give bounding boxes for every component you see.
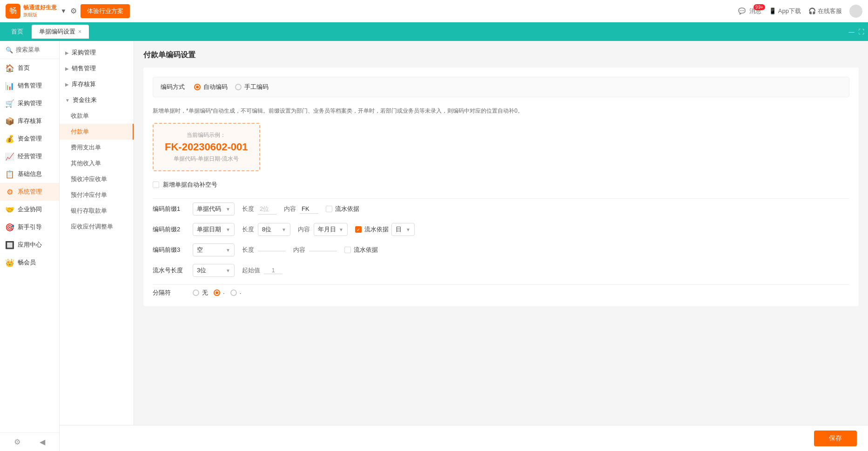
sidebar-item-home[interactable]: 🏠 首页 bbox=[0, 59, 59, 77]
start-value-field: 起始值 bbox=[242, 266, 283, 275]
prefix1-select[interactable]: 单据代码 ▼ bbox=[193, 202, 235, 215]
sub-item-adjustment[interactable]: 应收应付调整单 bbox=[60, 219, 134, 235]
logo-icon: 畅 bbox=[6, 4, 20, 19]
content-wrap: ▶ 采购管理 ▶ 销售管理 ▶ 库存核算 bbox=[60, 41, 868, 451]
sidebar: 🔍 搜索菜单 🏠 首页 📊 销售管理 🛒 采购管理 📦 库存核算 💰 资金管理 … bbox=[0, 41, 60, 451]
prefix3-liushui: 流水依据 bbox=[344, 246, 378, 254]
sub-item-advance-receivable[interactable]: 预收冲应收单 bbox=[60, 171, 134, 187]
collapse-icon[interactable]: ◀ bbox=[40, 438, 45, 446]
sub-group-sales-title[interactable]: ▶ 销售管理 bbox=[60, 61, 134, 76]
sub-item-bank[interactable]: 银行存取款单 bbox=[60, 203, 134, 219]
sub-item-advance-payable[interactable]: 预付冲应付单 bbox=[60, 187, 134, 203]
prefix2-length-arrow: ▼ bbox=[282, 227, 286, 232]
auto-fill-row: 新增单据自动补空号 bbox=[153, 181, 849, 189]
sidebar-item-guide[interactable]: 🎯 新手引导 bbox=[0, 218, 59, 236]
gear-icon[interactable]: ⚙ bbox=[70, 7, 77, 15]
sidebar-search[interactable]: 🔍 搜索菜单 bbox=[0, 41, 59, 59]
prefix1-content-field: 内容 FK bbox=[284, 204, 318, 214]
prefix2-content-select[interactable]: 年月日 ▼ bbox=[314, 223, 348, 236]
capital-group-arrow: ▼ bbox=[65, 98, 70, 103]
sub-item-other-income[interactable]: 其他收入单 bbox=[60, 155, 134, 171]
prefix2-length-select[interactable]: 8位 ▼ bbox=[258, 223, 290, 236]
prefix2-select[interactable]: 单据日期 ▼ bbox=[193, 223, 235, 236]
prefix2-liushui-checkbox[interactable]: ✓ bbox=[355, 226, 362, 233]
online-service-action[interactable]: 🎧 在线客服 bbox=[808, 7, 842, 15]
sep-none-radio[interactable]: 无 bbox=[193, 289, 208, 297]
serial-length-label: 流水号长度 bbox=[153, 266, 185, 275]
home-icon: 🏠 bbox=[6, 64, 14, 72]
start-value-input[interactable] bbox=[264, 267, 283, 274]
message-action[interactable]: 💬 消息 99+ bbox=[738, 7, 761, 15]
manual-code-radio[interactable]: 手工编码 bbox=[235, 83, 269, 91]
app-icon: 📱 bbox=[769, 7, 776, 14]
sidebar-item-app-center[interactable]: 🔲 应用中心 bbox=[0, 236, 59, 254]
sub-group-capital-title[interactable]: ▼ 资金往来 bbox=[60, 92, 134, 108]
sub-group-purchase-title[interactable]: ▶ 采购管理 bbox=[60, 45, 134, 61]
prefix1-liushui-checkbox[interactable] bbox=[326, 206, 332, 212]
tab-coding-settings[interactable]: 单据编码设置 × bbox=[32, 25, 89, 39]
serial-length-select[interactable]: 3位 ▼ bbox=[193, 264, 235, 277]
app-download-action[interactable]: 📱 App下载 bbox=[769, 7, 801, 15]
message-icon: 💬 bbox=[738, 7, 746, 14]
finance-icon: 💰 bbox=[6, 135, 14, 143]
tab-close-icon[interactable]: × bbox=[78, 28, 81, 35]
prefix1-liushui: 流水依据 bbox=[326, 205, 359, 213]
prefix2-content-arrow: ▼ bbox=[339, 227, 343, 232]
prefix3-liushui-checkbox[interactable] bbox=[344, 247, 351, 253]
prefix1-row: 编码前缀1 单据代码 ▼ 长度 2位 内容 FK bbox=[153, 202, 849, 215]
sub-item-receipt[interactable]: 收款单 bbox=[60, 108, 134, 124]
sep-dash-radio[interactable]: · bbox=[230, 289, 242, 296]
prefix1-length-field: 长度 2位 bbox=[242, 204, 276, 215]
prefix3-row: 编码前缀3 空 ▼ 长度 内容 bbox=[153, 243, 849, 256]
sidebar-item-finance[interactable]: 💰 资金管理 bbox=[0, 130, 59, 148]
sub-item-payment[interactable]: 付款单 bbox=[60, 124, 134, 140]
sep-dot-radio[interactable]: · bbox=[214, 289, 225, 296]
prefix2-day-select[interactable]: 日 ▼ bbox=[391, 223, 415, 236]
app-center-icon: 🔲 bbox=[6, 241, 14, 249]
tab-home[interactable]: 首页 bbox=[4, 25, 31, 39]
sidebar-item-sales[interactable]: 📊 销售管理 bbox=[0, 77, 59, 94]
user-avatar[interactable] bbox=[849, 5, 862, 18]
purchase-group-arrow: ▶ bbox=[65, 50, 69, 55]
manual-code-radio-circle bbox=[235, 84, 242, 90]
window-maximize-icon[interactable]: ⛶ bbox=[858, 28, 864, 35]
sidebar-item-purchase[interactable]: 🛒 采购管理 bbox=[0, 94, 59, 112]
sub-item-expense[interactable]: 费用支出单 bbox=[60, 140, 134, 155]
sidebar-bottom: ⚙ ◀ bbox=[0, 432, 59, 451]
topbar-left: 畅 畅通道好生意 旗舰版 ▼ ⚙ 体验行业方案 bbox=[6, 4, 130, 19]
prefix3-select[interactable]: 空 ▼ bbox=[193, 243, 235, 256]
prefix3-content-field: 内容 bbox=[293, 246, 337, 254]
window-minimize-icon[interactable]: — bbox=[848, 28, 855, 35]
auto-fill-label: 新增单据自动补空号 bbox=[163, 181, 217, 189]
topbar-nav: ▼ ⚙ 体验行业方案 bbox=[61, 4, 130, 18]
service-icon: 🎧 bbox=[808, 7, 816, 14]
content-area: ▶ 采购管理 ▶ 销售管理 ▶ 库存核算 bbox=[60, 41, 868, 425]
purchase-icon: 🛒 bbox=[6, 99, 14, 108]
prefix2-day-arrow: ▼ bbox=[406, 227, 410, 232]
nav-dropdown[interactable]: ▼ bbox=[61, 7, 67, 14]
prefix2-length-field: 长度 8位 ▼ bbox=[242, 223, 290, 236]
experience-btn[interactable]: 体验行业方案 bbox=[81, 4, 130, 18]
prefix3-arrow: ▼ bbox=[226, 248, 230, 253]
prefix3-label: 编码前缀3 bbox=[153, 246, 185, 254]
auto-code-radio[interactable]: 自动编码 bbox=[194, 83, 228, 91]
settings-bottom-icon[interactable]: ⚙ bbox=[14, 438, 20, 446]
prefix2-label: 编码前缀2 bbox=[153, 225, 185, 234]
sidebar-item-inventory[interactable]: 📦 库存核算 bbox=[0, 112, 59, 130]
sidebar-item-system[interactable]: ⚙ 系统管理 bbox=[0, 183, 59, 201]
sidebar-item-operations[interactable]: 📈 经营管理 bbox=[0, 148, 59, 165]
prefix1-arrow: ▼ bbox=[226, 207, 230, 212]
settings-card: 编码方式 自动编码 手工编码 bbox=[143, 67, 859, 306]
system-icon: ⚙ bbox=[6, 188, 14, 196]
search-icon: 🔍 bbox=[6, 47, 13, 54]
separator-options: 无 · · bbox=[193, 289, 241, 297]
prefix2-content-field: 内容 年月日 ▼ bbox=[298, 223, 348, 236]
sidebar-item-basic-info[interactable]: 📋 基础信息 bbox=[0, 165, 59, 183]
coding-method-label: 编码方式 bbox=[161, 83, 185, 91]
sub-group-inventory-title[interactable]: ▶ 库存核算 bbox=[60, 76, 134, 92]
sales-icon: 📊 bbox=[6, 81, 14, 90]
sidebar-item-collab[interactable]: 🤝 企业协同 bbox=[0, 201, 59, 218]
auto-fill-checkbox[interactable] bbox=[153, 182, 159, 188]
save-button[interactable]: 保存 bbox=[814, 431, 857, 446]
sidebar-item-member[interactable]: 👑 畅会员 bbox=[0, 254, 59, 271]
